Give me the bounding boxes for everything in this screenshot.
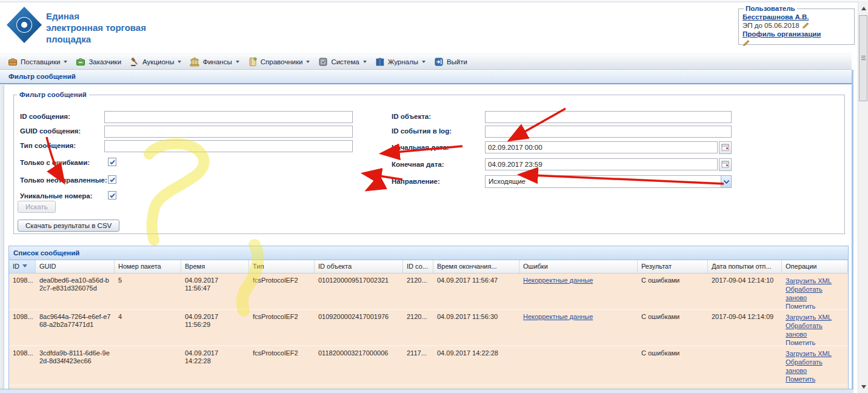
cell-end-time: 04.09.2017 11:56:30 bbox=[433, 310, 519, 345]
cell-result: С ошибками bbox=[638, 346, 708, 385]
error-details-link[interactable]: Некорректные данные bbox=[523, 313, 593, 320]
operation-link[interactable]: Пометить ошибочным bbox=[786, 303, 823, 309]
column-header-1[interactable]: GUID bbox=[36, 260, 115, 273]
column-header-10[interactable]: Дата попытки отп... bbox=[708, 260, 782, 273]
cell-type: fcsProtocolEF2 bbox=[249, 310, 315, 345]
edit-pen-icon[interactable] bbox=[743, 39, 750, 47]
calendar-icon bbox=[721, 143, 729, 153]
scrollbar-thumb[interactable] bbox=[859, 15, 867, 101]
column-header-11[interactable]: Операции bbox=[782, 260, 848, 273]
operation-link[interactable]: Загрузить XML bbox=[786, 350, 832, 357]
org-profile-link[interactable]: Профиль организации bbox=[743, 30, 850, 38]
system-box-icon bbox=[318, 57, 328, 67]
message-id-label: ID сообщения: bbox=[20, 113, 70, 120]
user-panel: Пользователь Бесстрашнова А.В. ЭП до 05.… bbox=[738, 5, 855, 45]
cell-object-id: 0109200002417001976 bbox=[315, 310, 403, 345]
operation-link[interactable]: Обработать заново bbox=[786, 322, 823, 338]
menu-item-1[interactable]: Заказчики bbox=[73, 55, 127, 69]
column-header-8[interactable]: Ошибки bbox=[519, 260, 638, 273]
column-header-7[interactable]: Время окончания... bbox=[433, 260, 519, 273]
operation-link[interactable]: Пометить ошибочным bbox=[786, 375, 823, 385]
cell-errors bbox=[519, 346, 638, 385]
operation-link[interactable]: Пометить ошибочным bbox=[786, 339, 823, 345]
menu-item-6[interactable]: Журналы bbox=[372, 55, 431, 69]
logo-title: Единая электронная торговая площадка bbox=[46, 10, 146, 45]
column-header-9[interactable]: Результат bbox=[638, 260, 708, 273]
logo-title-line: электронная торговая bbox=[46, 22, 146, 33]
operation-link[interactable]: Загрузить XML bbox=[786, 277, 832, 284]
search-button[interactable]: Искать bbox=[18, 201, 56, 213]
end-date-input[interactable] bbox=[485, 158, 718, 170]
table-row[interactable]: 1098...dea0bed6-ea10-a56d-b2c7-e831d3260… bbox=[9, 274, 848, 310]
scrollbar-down-button[interactable] bbox=[858, 381, 868, 392]
menu-bar: ПоставщикиЗаказчикиАукционыФинансыСправо… bbox=[0, 53, 852, 70]
page-title: Фильтр сообщений bbox=[0, 70, 852, 84]
menu-item-label: Поставщики bbox=[21, 58, 60, 66]
cell-operations: Загрузить XMLОбработать зановоПометить о… bbox=[782, 346, 848, 385]
table-row[interactable]: 1098...3cdfda9b-8111-6d6e-9e2d-8d34f423e… bbox=[9, 346, 848, 386]
left-edge-strip bbox=[0, 85, 4, 389]
logo-icon[interactable] bbox=[6, 6, 42, 44]
only-errors-label: Только с ошибками: bbox=[20, 159, 90, 166]
menu-item-2[interactable]: Аукционы bbox=[127, 55, 187, 69]
menu-item-label: Аукционы bbox=[142, 58, 174, 66]
menu-item-0[interactable]: Поставщики bbox=[5, 55, 73, 69]
chevron-down-icon bbox=[236, 61, 239, 63]
menu-item-label: Журналы bbox=[388, 58, 418, 66]
cell-time: 04.09.2017 11:56:29 bbox=[181, 310, 249, 345]
error-details-link[interactable]: Некорректные данные bbox=[523, 277, 593, 284]
operation-link[interactable]: Обработать заново bbox=[786, 286, 823, 301]
cell-operations: Загрузить XMLОбработать зановоПометить о… bbox=[782, 310, 848, 345]
column-header-3[interactable]: Время bbox=[181, 260, 249, 273]
end-date-calendar-button[interactable] bbox=[719, 158, 732, 171]
menu-item-5[interactable]: Система bbox=[315, 55, 372, 69]
message-id-input[interactable] bbox=[104, 111, 353, 123]
scrollbar-grip-icon bbox=[861, 56, 866, 60]
column-header-label: Время bbox=[185, 263, 205, 270]
user-name-link[interactable]: Бесстрашнова А.В. bbox=[743, 13, 850, 21]
vertical-scrollbar[interactable] bbox=[858, 2, 868, 393]
column-header-0[interactable]: ID bbox=[9, 260, 36, 273]
download-csv-button[interactable]: Скачать результаты в CSV bbox=[18, 220, 119, 232]
column-header-label: ID объекта bbox=[318, 263, 352, 270]
object-id-input[interactable] bbox=[485, 111, 732, 123]
unique-numbers-label: Уникальные номера: bbox=[20, 192, 93, 200]
column-header-6[interactable]: ID со... bbox=[403, 260, 433, 273]
filter-fieldset: Фильтр сообщений ID сообщения: GUID сооб… bbox=[13, 91, 845, 234]
only-unsent-checkbox[interactable] bbox=[108, 175, 116, 184]
select-trigger-icon[interactable] bbox=[721, 176, 731, 187]
message-type-input[interactable] bbox=[104, 140, 353, 152]
message-guid-input[interactable] bbox=[104, 126, 353, 138]
column-header-label: Номер пакета bbox=[118, 263, 161, 270]
menu-item-4[interactable]: Справочники bbox=[245, 55, 316, 69]
column-header-label: ID bbox=[13, 263, 19, 270]
exit-door-icon bbox=[434, 57, 444, 67]
operation-link[interactable]: Обработать заново bbox=[786, 358, 823, 374]
start-date-input[interactable] bbox=[485, 141, 718, 153]
cell-object-id: 0118200003217000006 bbox=[315, 346, 403, 385]
direction-label: Направление: bbox=[392, 178, 440, 185]
edit-pen-icon[interactable] bbox=[802, 22, 809, 29]
direction-select[interactable]: Исходящие bbox=[485, 175, 732, 188]
column-header-5[interactable]: ID объекта bbox=[315, 260, 403, 273]
calendar-icon bbox=[721, 160, 729, 170]
column-header-label: Тип bbox=[253, 263, 264, 270]
operation-link[interactable]: Загрузить XML bbox=[786, 314, 832, 321]
start-date-calendar-button[interactable] bbox=[719, 141, 732, 154]
unique-numbers-checkbox[interactable] bbox=[108, 191, 116, 200]
table-row[interactable]: 1098...8ac9644a-7264-e6ef-e768-a2b2a7747… bbox=[9, 310, 848, 346]
menu-item-label: Выйти bbox=[447, 58, 467, 66]
menu-item-7[interactable]: Выйти bbox=[431, 55, 473, 69]
only-errors-checkbox[interactable] bbox=[108, 158, 116, 166]
logo-title-line: площадка bbox=[46, 33, 146, 45]
scrollbar-up-button[interactable] bbox=[858, 3, 868, 13]
column-header-4[interactable]: Тип bbox=[249, 260, 315, 273]
column-header-row: IDGUIDНомер пакетаВремяТипID объектаID с… bbox=[9, 260, 848, 274]
column-header-2[interactable]: Номер пакета bbox=[115, 260, 181, 273]
chevron-down-icon bbox=[422, 61, 426, 63]
log-event-id-input[interactable] bbox=[485, 126, 732, 138]
message-type-label: Тип сообщения: bbox=[20, 142, 76, 149]
sort-desc-icon bbox=[22, 264, 27, 267]
menu-item-3[interactable]: Финансы bbox=[187, 55, 244, 69]
cell-result: С ошибками bbox=[638, 274, 708, 309]
